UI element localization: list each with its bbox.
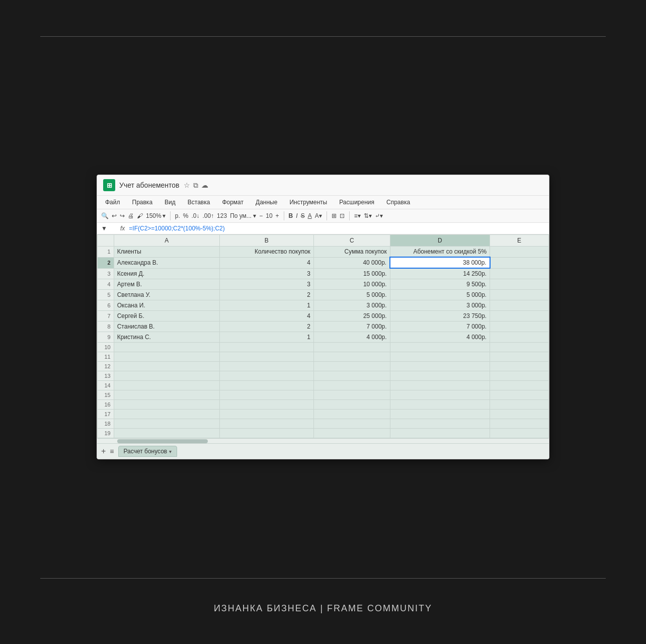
menu-insert[interactable]: Вставка: [186, 198, 212, 207]
cell-c2[interactable]: 40 000р.: [313, 257, 390, 268]
menu-tools[interactable]: Инструменты: [287, 198, 329, 207]
font-dropdown[interactable]: По ум... ▾: [230, 212, 256, 219]
row-number: 3: [98, 268, 114, 279]
sheet-tabs-bar: + ≡ Расчет бонусов ▾: [97, 443, 549, 459]
table-row: 1 Клиенты Количество покупок Сумма покуп…: [98, 247, 549, 258]
valign-icon[interactable]: ⇅▾: [364, 212, 372, 219]
bold-icon[interactable]: B: [289, 212, 293, 219]
borders-icon[interactable]: ⊞: [332, 212, 337, 219]
cell-a5[interactable]: Светлана У.: [114, 290, 219, 300]
row-number: 6: [98, 300, 114, 311]
percent-icon[interactable]: %: [183, 212, 189, 219]
cell-a8[interactable]: Станислав В.: [114, 321, 219, 332]
cell-b2[interactable]: 4: [219, 257, 313, 268]
col-header-c[interactable]: C: [313, 235, 390, 247]
cell-a3[interactable]: Ксения Д.: [114, 268, 219, 279]
col-header-b[interactable]: B: [219, 235, 313, 247]
cell-b8[interactable]: 2: [219, 321, 313, 332]
cell-c4[interactable]: 10 000р.: [313, 279, 390, 290]
cell-a7[interactable]: Сергей Б.: [114, 311, 219, 321]
header-discount[interactable]: Абонемент со скидкой 5%: [390, 247, 490, 258]
undo-icon[interactable]: ↩: [112, 212, 117, 219]
cell-c3[interactable]: 15 000р.: [313, 268, 390, 279]
formula-content[interactable]: =IF(C2>=10000;C2*(100%-5%);C2): [129, 225, 224, 232]
search-icon[interactable]: 🔍: [101, 212, 109, 219]
paint-format-icon[interactable]: 🖌: [137, 212, 143, 219]
row-number: 1: [98, 247, 114, 258]
col-header-a[interactable]: A: [114, 235, 219, 247]
strikethrough-icon[interactable]: S: [301, 212, 305, 219]
toolbar-separator: [170, 211, 171, 220]
cell-d7[interactable]: 23 750р.: [390, 311, 490, 321]
cell-a4[interactable]: Артем В.: [114, 279, 219, 290]
row-number: 5: [98, 290, 114, 300]
sheet-tab-dropdown-icon[interactable]: ▾: [169, 449, 172, 454]
formula-bar: ▼ fx =IF(C2>=10000;C2*(100%-5%);C2): [97, 223, 549, 234]
table-row: 2 Александра В. 4 40 000р. 38 000р.: [98, 257, 549, 268]
cell-a9[interactable]: Кристина С.: [114, 332, 219, 343]
print-icon[interactable]: 🖨: [128, 212, 134, 219]
zoom-dropdown-icon[interactable]: ▾: [163, 212, 166, 219]
star-icon[interactable]: ☆: [184, 181, 190, 190]
font-size-minus[interactable]: −: [259, 212, 263, 219]
add-sheet-button[interactable]: +: [101, 447, 106, 456]
horizontal-scrollbar[interactable]: [97, 438, 549, 443]
menu-edit[interactable]: Правка: [130, 198, 155, 207]
copy-icon[interactable]: ⧉: [193, 181, 198, 190]
menu-data[interactable]: Данные: [254, 198, 279, 207]
cell-d4[interactable]: 9 500р.: [390, 279, 490, 290]
menu-help[interactable]: Справка: [384, 198, 412, 207]
table-row: 9 Кристина С. 1 4 000р. 4 000р.: [98, 332, 549, 343]
cell-b6[interactable]: 1: [219, 300, 313, 311]
row-number: 7: [98, 311, 114, 321]
menu-extensions[interactable]: Расширения: [337, 198, 376, 207]
row-number: 4: [98, 279, 114, 290]
cell-c5[interactable]: 5 000р.: [313, 290, 390, 300]
sheet-menu-button[interactable]: ≡: [110, 447, 114, 455]
cell-a6[interactable]: Оксана И.: [114, 300, 219, 311]
sheet-tab-bonuses[interactable]: Расчет бонусов ▾: [118, 446, 178, 457]
menu-format[interactable]: Формат: [220, 198, 246, 207]
toolbar-separator-3: [327, 211, 327, 220]
decimal-down-icon[interactable]: .0↓: [191, 212, 199, 219]
cell-reference-dropdown[interactable]: ▼: [101, 225, 116, 232]
cell-c7[interactable]: 25 000р.: [313, 311, 390, 321]
cell-d6[interactable]: 3 000р.: [390, 300, 490, 311]
col-header-e[interactable]: E: [490, 235, 549, 247]
font-size-plus[interactable]: +: [276, 212, 279, 219]
redo-icon[interactable]: ↪: [120, 212, 125, 219]
decimal-up-icon[interactable]: .00↑: [202, 212, 214, 219]
wrap-icon[interactable]: ⤶▾: [375, 212, 383, 219]
col-header-d[interactable]: D: [390, 235, 490, 247]
menu-view[interactable]: Вид: [163, 198, 178, 207]
cloud-icon[interactable]: ☁: [201, 181, 208, 190]
cell-b4[interactable]: 3: [219, 279, 313, 290]
cell-c8[interactable]: 7 000р.: [313, 321, 390, 332]
cell-a2[interactable]: Александра В.: [114, 257, 219, 268]
header-sum[interactable]: Сумма покупок: [313, 247, 390, 258]
cell-d9[interactable]: 4 000р.: [390, 332, 490, 343]
header-quantity[interactable]: Количество покупок: [219, 247, 313, 258]
cell-d8[interactable]: 7 000р.: [390, 321, 490, 332]
text-color-icon[interactable]: A▾: [315, 212, 322, 219]
currency-icon[interactable]: р.: [175, 212, 180, 219]
merge-icon[interactable]: ⊡: [340, 212, 345, 219]
menu-file[interactable]: Файл: [103, 198, 122, 207]
cell-c6[interactable]: 3 000р.: [313, 300, 390, 311]
format-123[interactable]: 123: [217, 212, 227, 219]
cell-d5[interactable]: 5 000р.: [390, 290, 490, 300]
cell-b9[interactable]: 1: [219, 332, 313, 343]
align-icon[interactable]: ≡▾: [354, 212, 361, 219]
cell-b7[interactable]: 4: [219, 311, 313, 321]
header-clients[interactable]: Клиенты: [114, 247, 219, 258]
underline-icon[interactable]: A: [308, 212, 312, 219]
cell-c9[interactable]: 4 000р.: [313, 332, 390, 343]
font-size-value[interactable]: 10: [266, 212, 272, 219]
cell-d3[interactable]: 14 250р.: [390, 268, 490, 279]
cell-d2[interactable]: 38 000р.: [390, 257, 490, 268]
cell-b3[interactable]: 3: [219, 268, 313, 279]
italic-icon[interactable]: I: [296, 212, 297, 219]
cell-b5[interactable]: 2: [219, 290, 313, 300]
zoom-control[interactable]: 150% ▾: [146, 212, 166, 219]
cell-e5: [490, 290, 549, 300]
